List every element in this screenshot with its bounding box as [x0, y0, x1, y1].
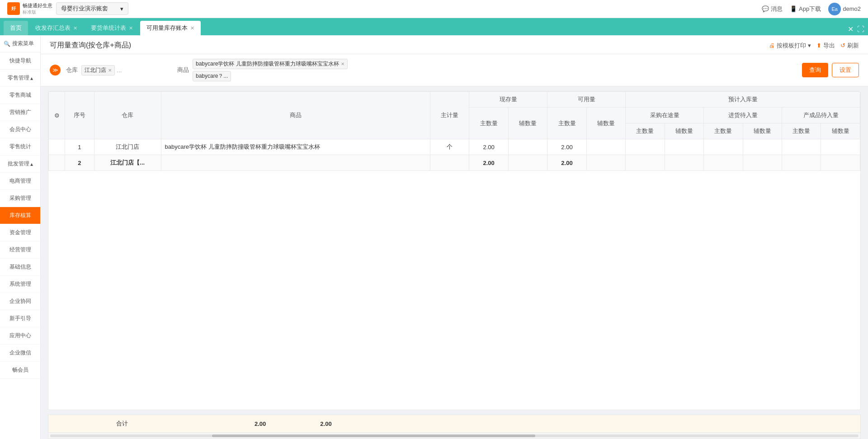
sidebar-item-member-center[interactable]: 会员中心 [0, 121, 40, 138]
user-item[interactable]: Ea demo2 [828, 3, 861, 15]
warehouse-more-icon[interactable]: ... [117, 66, 122, 74]
group-cell-product [161, 155, 430, 171]
sidebar-item-system[interactable]: 系统管理 [0, 276, 40, 293]
group-cell-warehouse: 江北门店【... [94, 155, 161, 171]
message-item[interactable]: 💬 消息 [762, 5, 783, 13]
warehouse-tag-container: 江北门店 ✕ ... [81, 65, 172, 76]
sidebar-item-wholesale[interactable]: 批发管理 ▴ [0, 156, 40, 173]
th-available-main: 主数量 [547, 108, 586, 139]
app-download-icon: 📱 [790, 5, 797, 12]
user-label: demo2 [843, 5, 861, 12]
product-tag-0-close-icon[interactable]: ✕ [341, 61, 344, 66]
content-area: 可用量查询(按仓库+商品) 🖨 按模板打印 ▾ ⬆ 导出 ↺ 刷新 ≫ [41, 35, 868, 439]
query-button[interactable]: 查询 [802, 63, 828, 77]
tab-bar-actions: ✕ ⛶ [848, 25, 864, 35]
tab-available-stock[interactable]: 可用量库存账本 ✕ [140, 21, 201, 35]
product-tag-0-value: babycare学饮杯 儿童防摔防撞吸管杯重力球吸嘴杯宝宝水杯 [196, 60, 339, 68]
sidebar-item-ecommerce[interactable]: 电商管理 [0, 173, 40, 190]
chevron-down-icon: ▾ [120, 5, 123, 12]
group-cell-current-aux [508, 155, 547, 171]
main-layout: 🔍 搜索菜单 快捷导航 零售管理 ▴ 零售商城 营销推广 会员中心 零售统计 批… [0, 35, 868, 439]
sidebar-quick-nav[interactable]: 快捷导航 [0, 52, 40, 70]
app-download-label: App下载 [799, 5, 821, 13]
tab-fullscreen-icon[interactable]: ⛶ [857, 25, 864, 33]
sidebar-item-finance-label: 资金管理 [9, 229, 31, 236]
logo-text-block: 畅捷通好生意 标准版 [23, 2, 52, 15]
app-download-item[interactable]: 📱 App下载 [790, 5, 821, 13]
sidebar-item-marketing[interactable]: 营销推广 [0, 104, 40, 121]
print-icon: 🖨 [769, 42, 775, 49]
sidebar-item-inventory[interactable]: 库存核算 [0, 207, 40, 224]
sidebar-item-system-label: 系统管理 [9, 280, 31, 288]
sidebar-item-basic-info[interactable]: 基础信息 [0, 259, 40, 276]
sidebar-item-finance[interactable]: 资金管理 [0, 224, 40, 241]
th-settings[interactable]: ⚙ [49, 92, 65, 139]
industry-label: 母婴行业演示账套 [61, 5, 108, 13]
product-filter-group: 商品 babycare学饮杯 儿童防摔防撞吸管杯重力球吸嘴杯宝宝水杯 ✕ bab… [177, 59, 373, 81]
tab-available-stock-close-icon[interactable]: ✕ [190, 25, 194, 31]
cell-seq: 1 [65, 139, 94, 155]
product-tag-container: babycare学饮杯 儿童防摔防撞吸管杯重力球吸嘴杯宝宝水杯 ✕ babyca… [193, 59, 373, 81]
tab-order-stats[interactable]: 要货单统计表 ✕ [85, 21, 139, 35]
sidebar-item-member[interactable]: 畅会员 [0, 362, 40, 379]
th-available: 可用量 [547, 92, 626, 108]
tab-summary-close-icon[interactable]: ✕ [73, 25, 77, 31]
th-incoming-pending-aux: 辅数量 [743, 123, 782, 139]
sidebar-item-retail-mall[interactable]: 零售商城 [0, 87, 40, 104]
tab-order-stats-close-icon[interactable]: ✕ [129, 25, 133, 31]
warehouse-filter-label: 仓库 [66, 66, 78, 74]
settings-button[interactable]: 设置 [832, 63, 859, 77]
sidebar-item-enterprise-label: 企业协同 [9, 297, 31, 305]
scrollbar-area[interactable] [48, 433, 861, 439]
expand-button[interactable]: ≫ [50, 65, 61, 76]
logo-sub: 标准版 [23, 9, 52, 15]
tab-summary[interactable]: 收发存汇总表 ✕ [29, 21, 84, 35]
group-cell-purchase-transit-aux [665, 155, 703, 171]
sidebar-item-retail-management[interactable]: 零售管理 ▴ [0, 70, 40, 87]
sidebar-item-new-guide[interactable]: 新手引导 [0, 310, 40, 327]
cell-purchase-transit-aux [665, 139, 703, 155]
industry-selector[interactable]: 母婴行业演示账套 ▾ [56, 2, 128, 15]
cell-incoming-main [704, 139, 743, 155]
th-product: 商品 [161, 92, 430, 139]
th-seq: 序号 [65, 92, 94, 139]
logo-text: 畅捷通好生意 [23, 2, 52, 9]
group-cell-production-aux [821, 155, 860, 171]
table-row: 1 江北门店 babycare学饮杯 儿童防摔防撞吸管杯重力球吸嘴杯宝宝水杯 个… [49, 139, 860, 155]
th-unit: 主计量 [430, 92, 469, 139]
sidebar-item-wechat[interactable]: 企业微信 [0, 345, 40, 362]
refresh-action[interactable]: ↺ 刷新 [840, 42, 859, 50]
search-icon: 🔍 [4, 41, 10, 47]
sidebar-item-purchase[interactable]: 采购管理 [0, 190, 40, 207]
top-bar-left: 好 畅捷通好生意 标准版 母婴行业演示账套 ▾ [7, 2, 128, 15]
export-action[interactable]: ⬆ 导出 [816, 42, 835, 50]
logo-area: 好 畅捷通好生意 标准版 [7, 2, 52, 15]
sidebar-item-retail-mall-label: 零售商城 [9, 91, 31, 99]
sidebar-search[interactable]: 🔍 搜索菜单 [0, 35, 40, 52]
message-label: 消息 [771, 5, 783, 13]
logo-icon: 好 [7, 2, 20, 15]
sidebar-item-retail-stats[interactable]: 零售统计 [0, 138, 40, 156]
tab-close-all-icon[interactable]: ✕ [848, 25, 854, 33]
chevron-icon: ▴ [30, 75, 33, 81]
cell-product: babycare学饮杯 儿童防摔防撞吸管杯重力球吸嘴杯宝宝水杯 [161, 139, 430, 155]
scrollbar-thumb[interactable] [212, 434, 535, 437]
export-icon: ⬆ [816, 42, 821, 49]
cell-purchase-transit-main [626, 139, 665, 155]
warehouse-tag-close-icon[interactable]: ✕ [108, 68, 112, 73]
sidebar-item-member-label: 畅会员 [12, 366, 28, 374]
sidebar-item-operations[interactable]: 经营管理 [0, 241, 40, 259]
group-cell-unit [430, 155, 469, 171]
sidebar-item-app-center[interactable]: 应用中心 [0, 327, 40, 345]
page-header-actions: 🖨 按模板打印 ▾ ⬆ 导出 ↺ 刷新 [769, 42, 859, 50]
table-group-row: 2 江北门店【... 2.00 2.00 [49, 155, 860, 171]
product-tag-1-value: babycare？... [196, 72, 228, 80]
group-cell-current-main: 2.00 [469, 155, 508, 171]
print-action[interactable]: 🖨 按模板打印 ▾ [769, 42, 811, 50]
tab-home[interactable]: 首页 [4, 21, 28, 35]
group-cell-production-main [782, 155, 821, 171]
cell-current-aux [508, 139, 547, 155]
avatar: Ea [828, 3, 841, 15]
sidebar-item-enterprise[interactable]: 企业协同 [0, 293, 40, 310]
tab-order-stats-label: 要货单统计表 [91, 24, 126, 32]
